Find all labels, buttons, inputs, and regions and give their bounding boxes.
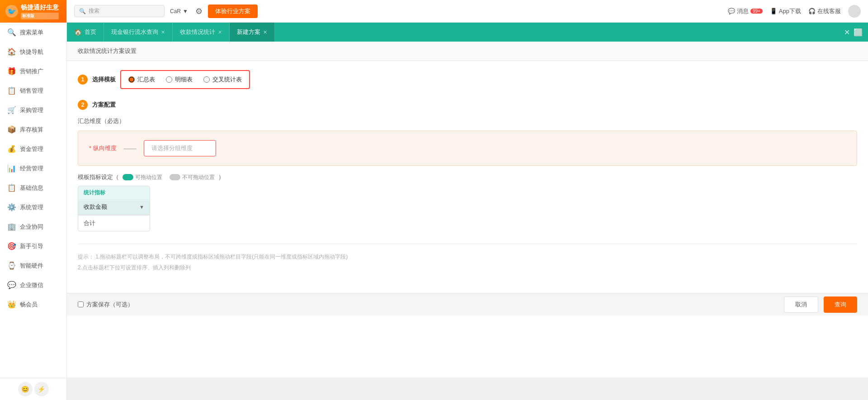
tab-new-plan-label: 新建方案 <box>237 28 260 36</box>
sidebar-item-label: 企业协同 <box>20 223 43 231</box>
step2-title: 方案配置 <box>92 101 116 109</box>
dimension-arrow-icon: —— <box>124 145 137 152</box>
stats-table-header: 统计指标 <box>78 186 150 199</box>
sidebar-item-marketing[interactable]: 🎁 营销推广 <box>0 61 66 81</box>
dimension-select[interactable]: 请选择分组维度 <box>144 140 216 156</box>
template-cross-option[interactable]: 交叉统计表 <box>203 75 242 84</box>
template-summary-label: 汇总表 <box>137 75 155 84</box>
guide-icon: 🎯 <box>7 242 16 250</box>
sidebar-item-search-menu[interactable]: 🔍 搜索菜单 <box>0 23 66 42</box>
stats-col-header[interactable]: 收款金额 ▼ <box>78 199 150 215</box>
tab-collection-close[interactable]: ✕ <box>218 29 222 35</box>
sidebar-item-label: 营销推广 <box>20 67 43 75</box>
query-button[interactable]: 查询 <box>824 296 857 313</box>
template-summary-radio[interactable] <box>128 76 135 83</box>
maximize-icon[interactable]: ⬜ <box>854 28 863 37</box>
sidebar-item-enterprise[interactable]: 🏢 企业协同 <box>0 217 66 236</box>
sales-icon: 📋 <box>7 86 16 95</box>
save-option[interactable]: 方案保存（可选） <box>78 301 133 309</box>
dropdown-text: CaR <box>170 8 181 14</box>
notification-item[interactable]: 💬 消息 99+ <box>728 7 763 15</box>
sidebar-item-operations[interactable]: 📊 经营管理 <box>0 159 66 178</box>
sidebar-item-wechat[interactable]: 💬 企业微信 <box>0 275 66 295</box>
purchase-icon: 🛒 <box>7 106 16 114</box>
metrics-label: 模板指标设定（ <box>78 173 119 181</box>
hardware-icon: ⌚ <box>7 261 16 270</box>
sidebar-item-system[interactable]: ⚙️ 系统管理 <box>0 198 66 217</box>
logo-badge: 标准版 <box>21 13 59 19</box>
breadcrumb-text: 收款情况统计方案设置 <box>78 47 137 54</box>
dimension-area: 纵向维度 —— 请选择分组维度 <box>78 131 857 166</box>
sidebar-item-label: 采购管理 <box>20 106 43 114</box>
metrics-label-suffix: ） <box>218 173 224 181</box>
app-download-label: App下载 <box>779 7 801 15</box>
tab-home-label: 首页 <box>85 28 96 36</box>
tab-collection-label: 收款情况统计 <box>180 28 215 36</box>
dimension-row: 纵向维度 —— 请选择分组维度 <box>89 140 846 156</box>
online-service-label: 在线客服 <box>817 7 841 15</box>
industry-button[interactable]: 体验行业方案 <box>208 5 258 18</box>
stats-table: 统计指标 收款金额 ▼ 合计 <box>78 186 150 231</box>
topbar-right: 💬 消息 99+ 📱 App下载 🎧 在线客服 <box>728 5 861 18</box>
sidebar-item-basic-info[interactable]: 📋 基础信息 <box>0 178 66 198</box>
template-cross-radio[interactable] <box>203 76 210 83</box>
tab-new-plan-close[interactable]: ✕ <box>263 29 267 35</box>
template-summary-option[interactable]: 汇总表 <box>128 75 155 84</box>
sidebar-item-inventory[interactable]: 📦 库存核算 <box>0 120 66 139</box>
sidebar-item-label: 系统管理 <box>20 203 43 212</box>
sidebar-item-finance[interactable]: 💰 资金管理 <box>0 139 66 159</box>
online-service-item[interactable]: 🎧 在线客服 <box>808 7 841 15</box>
step2-section: 2 方案配置 汇总维度（必选） 纵向维度 —— 请选择分组维度 <box>78 100 857 273</box>
close-window-icon[interactable]: ✕ <box>844 28 850 37</box>
notification-label: 消息 <box>737 7 749 15</box>
tab-cash-bank-close[interactable]: ✕ <box>161 29 165 35</box>
sidebar-item-label: 库存核算 <box>20 126 43 134</box>
sidebar-item-label: 搜索菜单 <box>20 28 43 37</box>
template-detail-radio[interactable] <box>166 76 172 83</box>
operations-icon: 📊 <box>7 164 16 173</box>
main-area: 🔍 搜索 CaR ▼ ⚙ 体验行业方案 💬 消息 99+ 📱 App下载 🎧 在… <box>67 0 868 400</box>
page-body: 1 选择模板 汇总表 明细表 <box>67 61 868 293</box>
sidebar-item-label: 新手引导 <box>20 242 43 250</box>
template-cross-label: 交叉统计表 <box>212 75 242 84</box>
template-options: 汇总表 明细表 交叉统计表 <box>120 70 250 89</box>
sidebar-bottom-icon-1[interactable]: 😊 <box>18 382 33 396</box>
save-checkbox[interactable] <box>78 301 84 307</box>
sidebar-item-label: 基础信息 <box>20 184 43 192</box>
step1-section: 1 选择模板 汇总表 明细表 <box>78 70 857 89</box>
home-tab-icon: 🏠 <box>74 28 82 36</box>
search-box[interactable]: 🔍 搜索 <box>74 5 165 17</box>
drag-active-indicator <box>123 174 133 180</box>
sidebar-item-label: 畅会员 <box>20 301 38 309</box>
app-download-item[interactable]: 📱 App下载 <box>770 7 801 15</box>
sidebar-item-member[interactable]: 👑 畅会员 <box>0 295 66 314</box>
tab-home[interactable]: 🏠 首页 <box>67 23 104 42</box>
non-draggable-legend-item: 不可拖动位置 <box>170 174 215 181</box>
sidebar-item-sales[interactable]: 📋 销售管理 <box>0 81 66 100</box>
stats-col-name: 收款金额 <box>84 203 107 211</box>
enterprise-icon: 🏢 <box>7 222 16 231</box>
gear-icon[interactable]: ⚙ <box>195 6 203 16</box>
topbar: 🔍 搜索 CaR ▼ ⚙ 体验行业方案 💬 消息 99+ 📱 App下载 🎧 在… <box>67 0 868 23</box>
sidebar-bottom-icon-2[interactable]: ⚡ <box>34 382 49 396</box>
tab-cash-bank[interactable]: 现金银行流水查询 ✕ <box>104 23 173 42</box>
sidebar-item-purchase[interactable]: 🛒 采购管理 <box>0 100 66 120</box>
bottom-buttons: 取消 查询 <box>784 296 857 313</box>
sidebar-item-label: 智能硬件 <box>20 262 43 270</box>
stats-col-chevron-icon: ▼ <box>139 204 144 210</box>
tab-new-plan[interactable]: 新建方案 ✕ <box>230 23 275 42</box>
basic-info-icon: 📋 <box>7 184 16 192</box>
sidebar-item-quick-nav[interactable]: 🏠 快捷导航 <box>0 42 66 61</box>
step1-title: 选择模板 <box>92 75 116 84</box>
user-avatar[interactable] <box>848 5 861 18</box>
sidebar-item-hardware[interactable]: ⌚ 智能硬件 <box>0 256 66 275</box>
system-icon: ⚙️ <box>7 203 16 212</box>
vertical-dimension-label: 纵向维度 <box>89 144 117 152</box>
sidebar-item-guide[interactable]: 🎯 新手引导 <box>0 236 66 256</box>
draggable-legend-item: 可拖动位置 <box>123 174 162 181</box>
topbar-dropdown[interactable]: CaR ▼ <box>170 8 188 14</box>
sidebar: 🐦 畅捷通好生意 标准版 🔍 搜索菜单 🏠 快捷导航 🎁 营销推广 📋 销售管理… <box>0 0 67 400</box>
cancel-button[interactable]: 取消 <box>784 296 818 313</box>
template-detail-option[interactable]: 明细表 <box>166 75 193 84</box>
tab-collection[interactable]: 收款情况统计 ✕ <box>173 23 230 42</box>
